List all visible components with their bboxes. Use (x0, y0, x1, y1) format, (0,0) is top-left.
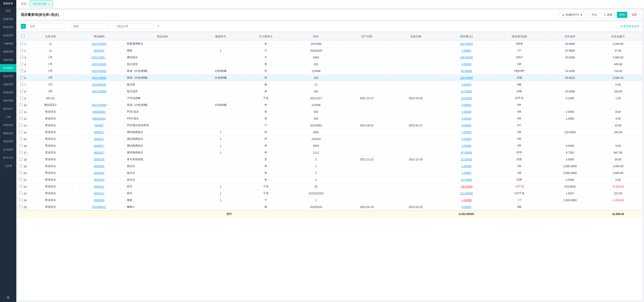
sidebar-item-home[interactable]: 首页 (0, 7, 16, 15)
cell-name: 子件信息略 (126, 95, 200, 102)
sidebar-item-tax[interactable]: 税务管理 (0, 97, 16, 105)
cell-batch: 0001 (290, 129, 342, 136)
cell-prod-date (342, 61, 391, 68)
cell-qty-main: 49.60000 (440, 68, 493, 75)
export-button[interactable]: ↑ 导出 (587, 12, 600, 18)
sidebar-item-payroll[interactable]: 工资 (0, 113, 16, 121)
row-checkbox[interactable] (20, 144, 22, 147)
sidebar-item-basic[interactable]: 基础信息 (0, 129, 16, 137)
cell-warehouse: 营业综仓 (28, 177, 72, 183)
footer-qty-total: 6,302.60000 (440, 210, 493, 218)
row-checkbox[interactable] (20, 199, 22, 201)
row-checkbox[interactable] (20, 165, 22, 168)
settings-button[interactable]: 设置 (629, 12, 640, 18)
sidebar-logo[interactable]: 搜索菜单 (0, 0, 16, 7)
print-button[interactable]: 🖨 按编码打印 ▼ (560, 12, 585, 18)
cell-amount: 0.00 (594, 177, 642, 183)
page-header: 现存量查询(按仓库+批次) 🖨 按编码打印 ▼ ↑ 导出 ↻ 刷新 查询 (18, 10, 642, 20)
refresh-button[interactable]: ↻ 刷新 (602, 12, 615, 18)
settings-icon[interactable]: ⚙ (0, 293, 16, 302)
row-checkbox[interactable] (20, 178, 22, 181)
row-checkbox[interactable] (20, 96, 23, 99)
row-index: 1 (24, 43, 26, 46)
tab-home[interactable]: 首页 (18, 1, 30, 8)
footer-empty (493, 210, 546, 218)
row-checkbox[interactable] (20, 76, 23, 79)
sidebar-item-assets[interactable]: 固定资产 (0, 105, 16, 113)
row-checkbox[interactable] (20, 130, 22, 133)
sidebar-item-ledger[interactable]: 总账管理 (0, 80, 16, 89)
cell-name: 批次次 (126, 163, 200, 170)
row-checkbox[interactable] (20, 185, 22, 188)
cell-batch: 123 (290, 75, 342, 81)
sidebar-item-ecom-small[interactable]: 小畅电商 (0, 40, 16, 48)
row-checkbox[interactable] (20, 124, 22, 127)
row-checkbox[interactable] (20, 49, 23, 52)
cell-cost: 1,000.0000 (546, 197, 594, 204)
row-checkbox[interactable] (20, 90, 23, 93)
row-checkbox[interactable] (20, 137, 22, 140)
tab-inventory-batch[interactable]: 库存批次量 ✕ (30, 1, 53, 8)
sidebar-item-cloud[interactable]: 云应用 (0, 162, 16, 170)
cell-exp-date: 2022-02-27 (391, 122, 440, 129)
sidebar-item-purchase[interactable]: 采购管理 (0, 56, 16, 64)
sidebar-item-wholesale[interactable]: 批发管理 (0, 32, 16, 40)
sidebar-item-finance[interactable]: 资金管理 (0, 72, 16, 80)
sidebar-item-quicknav[interactable]: 快捷导航 (0, 15, 16, 23)
cell-exp-date (391, 142, 440, 149)
cell-qty-main: 100.00000 (440, 41, 493, 47)
row-checkbox[interactable] (20, 56, 23, 59)
filter-expand-button[interactable]: > (21, 24, 26, 29)
warehouse-filter[interactable] (28, 23, 66, 29)
cell-exp-date (391, 183, 440, 190)
category-filter[interactable] (115, 23, 153, 29)
cell-unit: 米 (242, 170, 290, 177)
cell-spec (200, 95, 242, 102)
sidebar-item-ecom[interactable]: 电商管理 (0, 48, 16, 56)
cell-qty-main: 0.00000 (440, 136, 493, 142)
col-unit: 主计量单位 (242, 33, 290, 41)
cell-exp-date (391, 81, 440, 88)
row-checkbox[interactable] (20, 63, 23, 65)
sidebar-item-inventory[interactable]: 库存核算 (0, 64, 16, 72)
expand-more-button[interactable]: ▼ 展开更多条件 (620, 25, 640, 28)
sidebar-item-newbie[interactable]: 新手引导 (0, 154, 16, 162)
cell-name: 批次适宜 (126, 61, 200, 68)
row-checkbox[interactable] (20, 69, 23, 72)
cell-cost: 2.0000 (546, 108, 594, 115)
footer-empty2 (546, 210, 594, 218)
row-checkbox[interactable] (20, 151, 22, 154)
cell-code: 0000012 (72, 190, 126, 197)
sidebar-item-invoice[interactable]: 发票管理 (0, 89, 16, 97)
query-button[interactable]: 查询 (617, 12, 627, 18)
table-container: 仓库名称 商品编码 商品名称 规格型号 主计量单位 批号 生产日期 失效日期 现… (18, 33, 642, 300)
cell-cost (546, 61, 594, 68)
row-index: 3 (24, 56, 26, 59)
cell-amount: 2,000.00 (594, 41, 642, 47)
cell-exp-date: 2022-02-25 (391, 204, 440, 211)
sidebar-item-collab[interactable]: 企业协同 (0, 146, 16, 154)
row-checkbox[interactable] (20, 158, 22, 161)
cell-amount (594, 102, 642, 108)
row-checkbox[interactable] (20, 103, 22, 106)
cell-unit: 件 (242, 149, 290, 156)
row-checkbox[interactable] (20, 42, 23, 45)
cell-qty-main: 10.00000 (440, 88, 493, 95)
sidebar-item-system[interactable]: 系统管理 (0, 137, 16, 146)
tab-close-icon[interactable]: ✕ (48, 3, 50, 5)
cell-spec: 1 (200, 142, 242, 149)
select-all-checkbox[interactable] (22, 35, 25, 38)
row-checkbox[interactable] (20, 171, 22, 174)
row-checkbox[interactable] (20, 110, 22, 113)
cell-qty-main: 100.00000 (440, 75, 493, 81)
row-checkbox[interactable] (20, 205, 22, 208)
row-checkbox[interactable] (20, 83, 23, 86)
sidebar-item-operations[interactable]: 经营管理 (0, 121, 16, 129)
cell-prod-date (342, 197, 391, 204)
sidebar-item-retail[interactable]: 零售管理 (0, 23, 16, 32)
cell-code: 0000084 (72, 163, 126, 170)
row-checkbox[interactable] (20, 117, 22, 120)
row-checkbox[interactable] (20, 192, 22, 195)
goods-filter[interactable] (72, 23, 110, 29)
cell-spec: 1 (200, 197, 242, 204)
